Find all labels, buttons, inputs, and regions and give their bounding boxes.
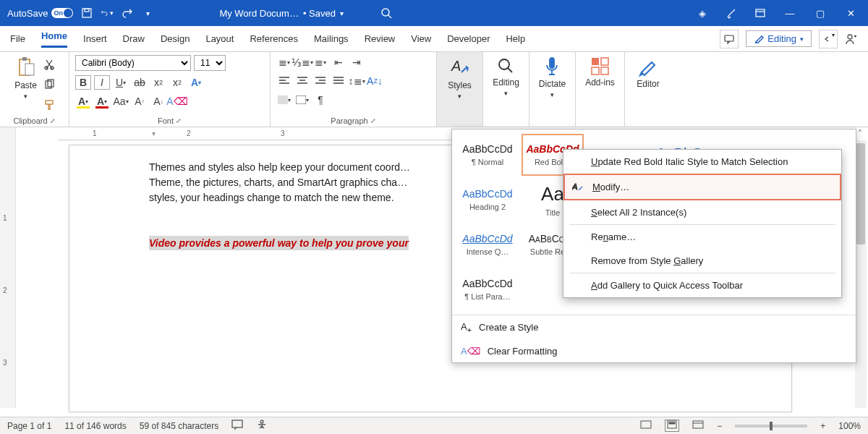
borders-button[interactable]: ▾ bbox=[294, 93, 310, 107]
status-chars[interactable]: 59 of 845 characters bbox=[140, 421, 218, 431]
tab-design[interactable]: Design bbox=[161, 33, 190, 44]
superscript-button[interactable]: x2 bbox=[169, 75, 185, 90]
style-gallery-item[interactable]: AaBbCcDd¶ Normal bbox=[456, 134, 519, 176]
tab-draw[interactable]: Draw bbox=[123, 33, 145, 44]
qat-dropdown-icon[interactable]: ▾ bbox=[141, 7, 154, 20]
subscript-button[interactable]: x2 bbox=[150, 75, 166, 90]
decrease-indent-button[interactable]: ⇤ bbox=[331, 55, 346, 69]
share-button[interactable]: ▾ bbox=[819, 30, 838, 48]
menu-update-style[interactable]: Update Red Bold Italic Style to Match Se… bbox=[563, 150, 841, 174]
save-icon[interactable] bbox=[80, 7, 93, 20]
sort-button[interactable]: AZ↓ bbox=[367, 74, 383, 88]
tab-home[interactable]: Home bbox=[41, 30, 67, 48]
document-title[interactable]: My Word Docum… • Saved ▾ bbox=[219, 8, 344, 19]
italic-button[interactable]: I bbox=[94, 75, 110, 90]
menu-remove-gallery[interactable]: Remove from Style Gallery bbox=[563, 249, 841, 273]
svg-rect-15 bbox=[296, 95, 306, 104]
align-left-button[interactable] bbox=[276, 74, 292, 88]
comments-button[interactable] bbox=[720, 30, 739, 48]
status-page[interactable]: Page 1 of 1 bbox=[7, 421, 51, 431]
highlight-button[interactable]: A▾ bbox=[75, 94, 91, 109]
style-context-menu: Update Red Bold Italic Style to Match Se… bbox=[563, 149, 842, 298]
menu-modify[interactable]: A Modify… bbox=[563, 174, 841, 200]
zoom-in-button[interactable]: + bbox=[820, 421, 825, 431]
tab-mailings[interactable]: Mailings bbox=[314, 33, 349, 44]
tab-insert[interactable]: Insert bbox=[83, 33, 107, 44]
vertical-ruler[interactable]: 123 bbox=[0, 127, 16, 408]
editor-button[interactable]: Editor bbox=[634, 55, 662, 90]
status-words[interactable]: 11 of 146 words bbox=[64, 421, 126, 431]
vertical-scrollbar[interactable] bbox=[855, 140, 867, 408]
tab-file[interactable]: File bbox=[10, 33, 25, 44]
align-right-button[interactable] bbox=[312, 74, 328, 88]
redo-icon[interactable] bbox=[121, 7, 134, 20]
font-color-button[interactable]: A▾ bbox=[94, 94, 110, 109]
strikethrough-button[interactable]: ab bbox=[132, 75, 148, 90]
shrink-font-button[interactable]: A↓ bbox=[150, 94, 166, 109]
clear-formatting-button[interactable]: A⌫ Clear Formatting bbox=[452, 340, 856, 362]
change-case-button[interactable]: Aa▾ bbox=[113, 94, 129, 109]
focus-view-icon[interactable] bbox=[640, 420, 652, 431]
diamond-icon[interactable]: ◈ bbox=[696, 7, 709, 20]
web-layout-icon[interactable] bbox=[692, 420, 704, 431]
tab-references[interactable]: References bbox=[250, 33, 297, 44]
svg-rect-18 bbox=[550, 58, 554, 68]
editing-find-button[interactable]: Editing▾ bbox=[490, 55, 522, 98]
underline-button[interactable]: U▾ bbox=[113, 75, 129, 90]
selected-text[interactable]: Video provides a powerful way to help yo… bbox=[149, 236, 409, 250]
zoom-level[interactable]: 100% bbox=[838, 421, 861, 431]
text-effects-button[interactable]: A▾ bbox=[188, 75, 204, 90]
window-icon[interactable] bbox=[754, 7, 767, 20]
addins-button[interactable]: Add-ins bbox=[582, 55, 618, 89]
minimize-button[interactable]: — bbox=[783, 7, 797, 20]
tab-review[interactable]: Review bbox=[365, 33, 396, 44]
undo-icon[interactable]: ▾ bbox=[101, 7, 114, 20]
font-size-select[interactable]: 11 bbox=[194, 55, 226, 71]
zoom-slider[interactable] bbox=[735, 425, 807, 427]
brush-icon[interactable] bbox=[725, 7, 738, 20]
menu-rename[interactable]: Rename… bbox=[563, 225, 841, 249]
search-icon[interactable] bbox=[380, 7, 393, 20]
bullets-button[interactable]: ≣▾ bbox=[276, 55, 292, 69]
menu-add-qat[interactable]: Add Gallery to Quick Access Toolbar bbox=[563, 273, 841, 297]
create-style-button[interactable]: A+ Create a Style bbox=[452, 315, 856, 340]
tab-help[interactable]: Help bbox=[506, 33, 525, 44]
line-spacing-button[interactable]: ↕≣▾ bbox=[349, 74, 365, 88]
svg-rect-3 bbox=[756, 9, 765, 17]
autosave-toggle[interactable]: AutoSave On bbox=[7, 8, 73, 19]
accessibility-icon[interactable] bbox=[256, 420, 268, 432]
grow-font-button[interactable]: A↑ bbox=[132, 94, 148, 109]
menu-select-all[interactable]: Select All 2 Instance(s) bbox=[563, 200, 841, 224]
svg-rect-21 bbox=[592, 67, 599, 75]
numbering-button[interactable]: ⅓≣▾ bbox=[294, 55, 310, 69]
spellcheck-icon[interactable] bbox=[231, 420, 243, 432]
maximize-button[interactable]: ▢ bbox=[813, 7, 827, 20]
justify-button[interactable] bbox=[331, 74, 346, 88]
style-gallery-item[interactable]: AaBbCcDd¶ List Para… bbox=[456, 268, 519, 310]
style-gallery-item[interactable]: AaBbCcDdHeading 2 bbox=[456, 179, 519, 221]
svg-rect-28 bbox=[669, 422, 675, 424]
close-button[interactable]: ✕ bbox=[843, 7, 858, 20]
styles-button[interactable]: A Styles▾ bbox=[445, 55, 475, 101]
align-center-button[interactable] bbox=[294, 74, 310, 88]
bold-button[interactable]: B bbox=[75, 75, 91, 90]
print-layout-icon[interactable] bbox=[665, 420, 679, 432]
paste-button[interactable]: Paste▾ bbox=[12, 55, 40, 101]
increase-indent-button[interactable]: ⇥ bbox=[349, 55, 365, 69]
tab-view[interactable]: View bbox=[411, 33, 431, 44]
style-gallery-item[interactable]: AaBbCcDdIntense Q… bbox=[456, 224, 519, 265]
show-marks-button[interactable]: ¶ bbox=[312, 93, 328, 107]
editing-mode-button[interactable]: Editing▾ bbox=[746, 30, 812, 47]
clear-format-icon[interactable]: A⌫ bbox=[169, 94, 185, 109]
cut-icon[interactable] bbox=[41, 56, 57, 72]
copy-icon[interactable] bbox=[41, 77, 57, 93]
zoom-out-button[interactable]: − bbox=[717, 421, 722, 431]
tab-developer[interactable]: Developer bbox=[447, 33, 490, 44]
tab-layout[interactable]: Layout bbox=[205, 33, 234, 44]
format-painter-icon[interactable] bbox=[41, 97, 57, 113]
dictate-button[interactable]: Dictate▾ bbox=[536, 55, 569, 100]
font-name-select[interactable]: Calibri (Body) bbox=[75, 55, 191, 71]
shading-button[interactable]: ▾ bbox=[276, 93, 292, 107]
person-icon[interactable] bbox=[845, 33, 858, 46]
multilevel-button[interactable]: ≣▾ bbox=[312, 55, 328, 69]
